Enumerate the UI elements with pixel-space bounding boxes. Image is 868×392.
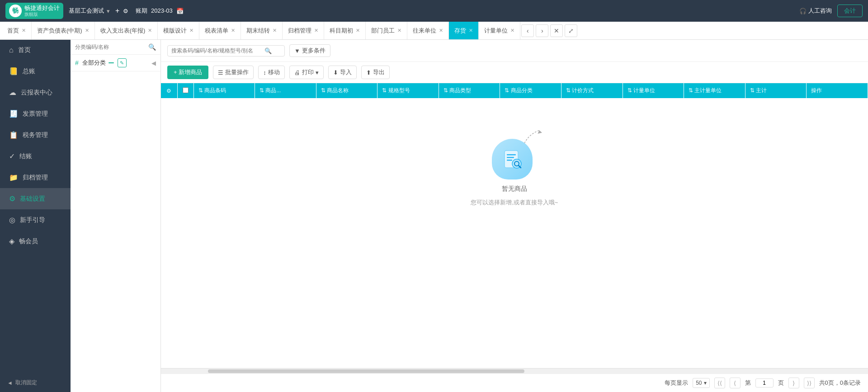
sidebar-item-home[interactable]: ⌂ 首页 (0, 40, 71, 61)
tab-close-archive[interactable]: ✕ (314, 28, 318, 33)
select-all-checkbox[interactable] (183, 87, 189, 93)
account-button[interactable]: 会计 (837, 5, 863, 17)
last-page-btn[interactable]: ⟩⟩ (804, 378, 815, 388)
tab-close-inventory[interactable]: ✕ (469, 28, 473, 33)
settle-icon: ✓ (9, 152, 15, 161)
tab-period-end[interactable]: 期末结转 ✕ (241, 22, 283, 39)
tab-close-contacts[interactable]: ✕ (439, 28, 443, 33)
tab-subject[interactable]: 科目期初 ✕ (324, 22, 366, 39)
scrollbar-thumb[interactable] (208, 369, 524, 373)
headset-icon: 🎧 (799, 8, 807, 14)
tab-close-subject[interactable]: ✕ (356, 28, 360, 33)
tab-close-tax[interactable]: ✕ (231, 28, 235, 33)
tab-inventory[interactable]: 存货 ✕ (449, 22, 479, 39)
new-product-button[interactable]: + 新增商品 (167, 66, 208, 79)
tab-balance-sheet[interactable]: 资产负债表(中期) ✕ (32, 22, 95, 39)
archive-icon: 📁 (9, 173, 18, 182)
category-badge (108, 62, 114, 63)
batch-icon: ☰ (218, 69, 223, 76)
print-dropdown-icon: ▾ (316, 69, 319, 76)
import-button[interactable]: ⬇ 导入 (328, 66, 357, 79)
col-settings[interactable]: ⚙ (161, 83, 177, 98)
sidebar-item-archive[interactable]: 📁 归档管理 (0, 167, 71, 188)
col-unit[interactable]: ⇅ 计量单位 (623, 83, 684, 98)
svg-rect-2 (507, 154, 516, 156)
search-bar: 🔍 ▼ 更多条件 (161, 40, 868, 62)
sort-icon: ⇅ (382, 87, 387, 94)
tab-next-btn[interactable]: › (536, 24, 548, 37)
category-collapse-btn[interactable]: ◀ (151, 60, 156, 66)
col-category[interactable]: ⇅ 商品分类 (500, 83, 561, 98)
tab-close-unit[interactable]: ✕ (510, 28, 514, 33)
category-search-bar: 🔍 (71, 40, 160, 55)
tab-close-dept[interactable]: ✕ (397, 28, 401, 33)
col-main-unit[interactable]: ⇅ 主计量单位 (684, 83, 745, 98)
tab-bar: 首页 ✕ 资产负债表(中期) ✕ 收入支出表(年报) ✕ 模版设计 ✕ 税表清单… (0, 22, 868, 40)
tab-prev-btn[interactable]: ‹ (521, 24, 534, 37)
category-all-label[interactable]: # 全部分类 ✎ ◀ (71, 55, 160, 71)
sidebar-item-reports[interactable]: ☁ 云报表中心 (0, 82, 71, 103)
col-spec[interactable]: ⇅ 规格型号 (377, 83, 439, 98)
add-tab-btn[interactable]: + (115, 7, 119, 15)
move-button[interactable]: ↕ 移动 (258, 66, 285, 79)
prev-page-btn[interactable]: ⟨ (730, 378, 741, 388)
sidebar-item-invoice[interactable]: 🧾 发票管理 (0, 103, 71, 124)
col-code[interactable]: ⇅ 商品... (255, 83, 316, 98)
tab-close-balance[interactable]: ✕ (85, 28, 89, 33)
col-price-method[interactable]: ⇅ 计价方式 (561, 83, 623, 98)
sidebar-item-ledger[interactable]: 📒 总账 (0, 61, 71, 82)
tab-close-template[interactable]: ✕ (189, 28, 193, 33)
col-checkbox[interactable] (177, 83, 193, 98)
sidebar-item-guide[interactable]: ◎ 新手引导 (0, 209, 71, 231)
tab-archive[interactable]: 归档管理 ✕ (283, 22, 324, 39)
settings-icon[interactable]: ⚙ (123, 8, 128, 14)
search-input[interactable] (171, 47, 262, 54)
table-panel: 🔍 ▼ 更多条件 + 新增商品 ☰ 批量操作 ↕ (161, 40, 868, 392)
tab-template[interactable]: 模版设计 ✕ (158, 22, 199, 39)
col-name[interactable]: ⇅ 商品名称 (316, 83, 377, 98)
search-icon[interactable]: 🔍 (264, 47, 272, 54)
logo-area[interactable]: 畅 畅捷通好会计 旗舰版 (5, 3, 63, 19)
content-area: 🔍 # 全部分类 ✎ ◀ 🔍 (71, 40, 868, 392)
company-selector[interactable]: 基层工会测试 ▾ (69, 7, 110, 15)
sort-icon: ⇅ (627, 87, 632, 94)
sidebar-item-member[interactable]: ◈ 畅会员 (0, 231, 71, 252)
tab-department[interactable]: 部门员工 ✕ (366, 22, 407, 39)
calendar-icon[interactable]: 📅 (176, 8, 184, 14)
category-edit-btn[interactable]: ✎ (118, 58, 127, 67)
first-page-btn[interactable]: ⟨⟨ (714, 378, 725, 388)
tab-close-income[interactable]: ✕ (148, 28, 152, 33)
tab-expand-btn[interactable]: ⤢ (565, 24, 577, 37)
scroll-icon (492, 139, 533, 179)
sidebar-item-tax[interactable]: 📋 税务管理 (0, 124, 71, 146)
page-input[interactable] (755, 378, 774, 387)
category-search-icon[interactable]: 🔍 (148, 43, 156, 51)
tab-contacts[interactable]: 往来单位 ✕ (407, 22, 449, 39)
service-button[interactable]: 🎧 人工咨询 (799, 7, 832, 15)
top-bar: 畅 畅捷通好会计 旗舰版 基层工会测试 ▾ + ⚙ 账期 2023-03 📅 🎧… (0, 0, 868, 22)
category-search-input[interactable] (75, 44, 148, 50)
per-page-select[interactable]: 50 ▾ (693, 378, 709, 388)
tab-close-period[interactable]: ✕ (273, 28, 277, 33)
content-body: 🔍 # 全部分类 ✎ ◀ 🔍 (71, 40, 868, 392)
col-main-count[interactable]: ⇅ 主计 (745, 83, 807, 98)
col-barcode[interactable]: ⇅ 商品条码 (193, 83, 255, 98)
tab-close-home[interactable]: ✕ (22, 28, 26, 33)
col-type[interactable]: ⇅ 商品类型 (439, 83, 500, 98)
export-button[interactable]: ⬆ 导出 (361, 66, 390, 79)
print-button[interactable]: 🖨 打印 ▾ (289, 66, 324, 79)
next-page-btn[interactable]: ⟩ (788, 378, 799, 388)
filter-button[interactable]: ▼ 更多条件 (289, 44, 330, 57)
horizontal-scrollbar[interactable] (161, 368, 868, 373)
unpin-button[interactable]: ◄ 取消固定 (0, 373, 71, 392)
tab-home[interactable]: 首页 ✕ (2, 22, 32, 39)
tab-close-all-btn[interactable]: ✕ (550, 24, 563, 37)
tab-income[interactable]: 收入支出表(年报) ✕ (95, 22, 158, 39)
sidebar-item-settings[interactable]: ⚙ 基础设置 (0, 188, 71, 209)
tab-tax[interactable]: 税表清单 ✕ (199, 22, 241, 39)
batch-button[interactable]: ☰ 批量操作 (213, 66, 254, 79)
empty-state: 暂无商品 您可以选择新增,或者直接导入哦~ (161, 98, 868, 234)
unpin-icon: ◄ (7, 380, 13, 386)
tab-unit[interactable]: 计量单位 ✕ (479, 22, 520, 39)
sidebar-item-settle[interactable]: ✓ 结账 (0, 146, 71, 167)
